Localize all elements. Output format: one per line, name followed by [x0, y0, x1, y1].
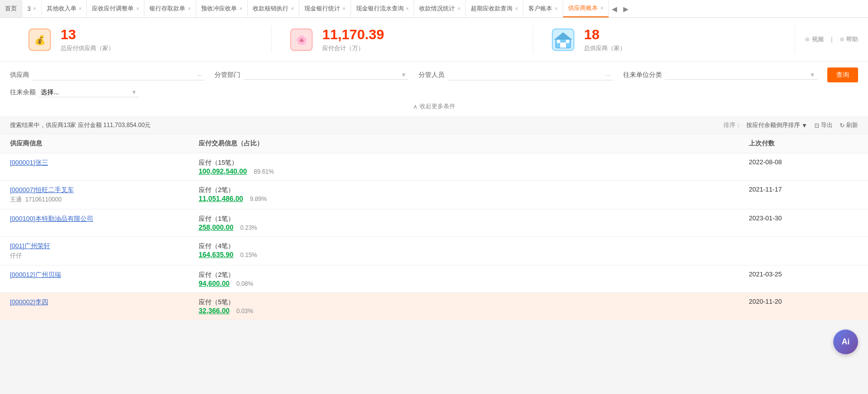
supplier-link-1[interactable]: [000007]恒旺二手叉车	[10, 186, 199, 195]
supplier-cell-4: [000012]广州贝瑞	[10, 270, 199, 279]
nav-tab-home[interactable]: 首页	[0, 0, 22, 17]
ai-assistant-button[interactable]: Ai	[833, 329, 858, 354]
payable-cell-5: 应付（5笔） 32,366.00 0.03%	[199, 298, 749, 315]
table-row[interactable]: [000100]本特勤油品有限公司 应付（1笔） 258,000.00 0.23…	[0, 209, 868, 237]
total-supplier-count-label: 总供应商（家）	[584, 44, 626, 53]
nav-arrow-right[interactable]: ▶	[620, 5, 632, 13]
refresh-label: 刷新	[846, 121, 858, 130]
payable-amount-0[interactable]: 100,092,540.00	[199, 167, 247, 175]
last-payment-cell-1: 2021-11-17	[749, 186, 858, 193]
table-row[interactable]: [001]广州荣轩 仔仔 应付（4笔） 164,635.90 0.15%	[0, 237, 868, 265]
top-right-links: ⊙ 视频 ｜ ⊙ 帮助	[795, 35, 858, 44]
nav-tab-payment-verify[interactable]: 收款核销执行 ×	[248, 0, 299, 17]
payable-amount: 11,170.39	[322, 26, 384, 43]
summary-info-total-supplier: 18 总供应商（家）	[584, 26, 626, 53]
nav-tab-bank-deposit[interactable]: 银行存取款单 ×	[145, 0, 196, 17]
supplier-cell-2: [000100]本特勤油品有限公司	[10, 214, 199, 223]
nav-arrow-left[interactable]: ◀	[609, 5, 620, 13]
payable-pct-3: 0.15%	[240, 252, 257, 259]
person-input[interactable]	[449, 71, 605, 78]
nav-tab-3[interactable]: 3 ×	[22, 0, 42, 17]
last-payment-date-0: 2022-08-08	[749, 158, 782, 166]
supplier-more-icon[interactable]: ···	[197, 71, 203, 79]
nav-tab-supplier-ledger-close[interactable]: ×	[600, 5, 603, 11]
filter-person-label: 分管人员	[419, 70, 444, 79]
nav-tab-cash-flow-close[interactable]: ×	[406, 6, 409, 11]
balance-select[interactable]: 选择...	[41, 88, 131, 96]
filter-department-label: 分管部门	[215, 70, 240, 79]
payable-amount-2[interactable]: 258,000.00	[199, 223, 233, 231]
nav-tab-customer-ledger[interactable]: 客户账本 ×	[523, 0, 563, 17]
supplier-link-0[interactable]: [000001]张三	[10, 158, 199, 167]
table-row[interactable]: [000012]广州贝瑞 应付（2笔） 94,600.00 0.08% 2021…	[0, 265, 868, 293]
video-label: 视频	[812, 36, 824, 43]
nav-tab-other-income-close[interactable]: ×	[79, 6, 82, 11]
collapse-label: 收起更多条件	[420, 102, 455, 111]
help-icon: ⊙	[840, 36, 845, 43]
supplier-link-5[interactable]: [000002]李四	[10, 298, 199, 307]
filter-balance-select-wrap: 选择... ▼	[39, 87, 139, 97]
supplier-link-3[interactable]: [001]广州荣轩	[10, 242, 199, 251]
filter-person: 分管人员 ···	[419, 70, 613, 80]
nav-tab-cash-flow[interactable]: 现金银行流水查询 ×	[351, 0, 415, 17]
payable-desc-2: 应付（1笔）	[199, 214, 749, 223]
nav-tab-payment-verify-label: 收款核销执行	[253, 4, 289, 13]
nav-tab-advance-receipt[interactable]: 预收冲应收单 ×	[196, 0, 248, 17]
last-payment-cell-2: 2023-01-30	[749, 214, 858, 222]
video-link[interactable]: ⊙ 视频	[805, 35, 823, 44]
nav-tab-bank-deposit-label: 银行存取款单	[149, 4, 185, 13]
nav-tab-adjustment[interactable]: 应收应付调整单 ×	[87, 0, 145, 17]
payable-amount-1[interactable]: 11,051,486.00	[199, 195, 243, 202]
supplier-count-label: 总应付供应商（家）	[61, 44, 114, 53]
last-payment-date-4: 2021-03-25	[749, 270, 782, 278]
nav-tab-3-close[interactable]: ×	[33, 6, 36, 11]
payable-amount-5[interactable]: 32,366.00	[199, 307, 229, 315]
last-payment-date-5: 2020-11-20	[749, 298, 782, 305]
filter-unit-type-select-wrap: ▼	[665, 70, 818, 80]
department-dropdown-icon[interactable]: ▼	[401, 71, 407, 78]
collapse-chevron-icon: ∧	[413, 103, 418, 110]
nav-tab-adjustment-close[interactable]: ×	[136, 6, 139, 11]
nav-tab-payment-verify-close[interactable]: ×	[291, 6, 294, 11]
nav-tab-overdue-query-close[interactable]: ×	[515, 6, 518, 11]
nav-tab-customer-ledger-close[interactable]: ×	[555, 6, 558, 11]
balance-dropdown-icon[interactable]: ▼	[131, 89, 137, 96]
query-button[interactable]: 查询	[827, 67, 858, 82]
nav-tab-overdue-query[interactable]: 超期应收款查询 ×	[466, 0, 523, 17]
supplier-input[interactable]	[34, 71, 197, 78]
supplier-cell-3: [001]广州荣轩 仔仔	[10, 242, 199, 260]
summary-card-payable: 🌸 11,170.39 应付合计（万）	[272, 26, 533, 53]
table-row[interactable]: [000001]张三 应付（15笔） 100,092,540.00 89.61%…	[0, 153, 868, 181]
store-icon	[548, 26, 578, 53]
filter-balance-label: 往来余额	[10, 88, 36, 97]
nav-tab-home-label: 首页	[5, 4, 17, 13]
nav-tab-supplier-ledger[interactable]: 供应商账本 ×	[563, 0, 609, 17]
refresh-button[interactable]: ↻ 刷新	[840, 121, 858, 130]
unit-type-dropdown-icon[interactable]: ▼	[809, 71, 815, 78]
nav-tab-adjustment-label: 应收应付调整单	[92, 4, 134, 13]
supplier-link-2[interactable]: [000100]本特勤油品有限公司	[10, 214, 199, 223]
unit-type-select[interactable]	[667, 71, 810, 78]
nav-tab-receipt-stats[interactable]: 收款情况统计 ×	[414, 0, 466, 17]
nav-tab-advance-receipt-close[interactable]: ×	[239, 6, 242, 11]
filter-unit-type: 往来单位分类 ▼	[623, 70, 818, 80]
table-row[interactable]: [000002]李四 应付（5笔） 32,366.00 0.03% 2020-1…	[0, 293, 868, 320]
nav-tab-bank-deposit-close[interactable]: ×	[188, 6, 191, 11]
nav-tab-other-income[interactable]: 其他收入单 ×	[42, 0, 87, 17]
export-button[interactable]: ⊡ 导出	[814, 121, 833, 130]
top-nav: 首页 3 × 其他收入单 × 应收应付调整单 × 银行存取款单 × 预收冲应收单…	[0, 0, 868, 18]
payable-amount-3[interactable]: 164,635.90	[199, 251, 233, 259]
nav-tab-cash-bank-stats-close[interactable]: ×	[343, 6, 346, 11]
department-select[interactable]	[245, 71, 401, 78]
filter-supplier-input-wrap: ···	[32, 70, 205, 80]
nav-tab-cash-bank-stats[interactable]: 现金银行统计 ×	[299, 0, 351, 17]
data-table: 供应商信息 应付交易信息（占比） 上次付数 [000001]张三 应付（15笔）…	[0, 134, 868, 320]
table-row[interactable]: [000007]恒旺二手叉车 王通 17106110000 应付（2笔） 11,…	[0, 181, 868, 209]
payable-amount-4[interactable]: 94,600.00	[199, 279, 229, 287]
help-link[interactable]: ⊙ 帮助	[840, 35, 858, 44]
collapse-button[interactable]: ∧ 收起更多条件	[10, 102, 858, 111]
sort-button[interactable]: 按应付余额倒序排序 ▼	[746, 121, 807, 130]
nav-tab-receipt-stats-close[interactable]: ×	[457, 6, 460, 11]
supplier-link-4[interactable]: [000012]广州贝瑞	[10, 270, 199, 279]
person-more-icon[interactable]: ···	[605, 71, 611, 79]
